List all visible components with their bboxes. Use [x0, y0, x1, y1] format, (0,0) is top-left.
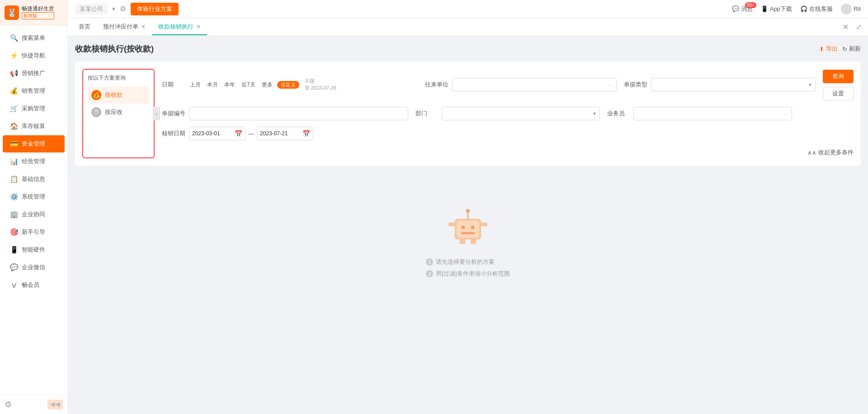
sidebar-item-marketing[interactable]: 📢 营销推广 [3, 65, 65, 82]
page-content: 收款核销执行(按收款) ⬆ 导出 ↻ 刷新 按以下方案查询 💰 按收款 [68, 36, 868, 414]
filter-collapse-button[interactable]: » [153, 107, 160, 120]
dept-field: 部门 ▾ [415, 107, 600, 120]
sidebar-item-search-menu[interactable]: 🔍 搜索菜单 [3, 29, 65, 47]
top-header: 某某公司 ▾ ⚙ 体验行业方案 💬 消息 99+ 📱 App下载 🎧 在线客服 … [68, 0, 868, 18]
collapse-more-label: 收起更多条件 [818, 148, 854, 157]
filter-option-by-receipt[interactable]: 💰 按收款 [88, 86, 149, 104]
date-label: 日期 [162, 81, 184, 89]
bill-type-select[interactable]: ▾ [651, 78, 816, 91]
sidebar-item-sales[interactable]: 💰 销售管理 [3, 82, 65, 100]
verify-date-end-wrapper[interactable]: 📅 [257, 127, 313, 140]
date-custom-badge[interactable]: 自定义 [277, 81, 299, 89]
user-name: Rit [854, 5, 861, 12]
date-last-month[interactable]: 上月 [188, 80, 203, 90]
sidebar-item-system[interactable]: ⚙️ 系统管理 [3, 188, 65, 205]
collapse-more-icon: ∧∧ [807, 149, 816, 156]
collapse-more-button[interactable]: ∧∧ 收起更多条件 [807, 148, 854, 157]
verify-date-start-calendar[interactable]: 📅 [235, 130, 242, 137]
refresh-button[interactable]: ↻ 刷新 [842, 45, 861, 53]
sidebar-item-quick-nav[interactable]: ⚡ 快捷导航 [3, 47, 65, 64]
date-more[interactable]: 更多 [260, 80, 274, 90]
purchase-label: 采购管理 [22, 105, 45, 113]
expand-tab-button[interactable]: ⤢ [854, 21, 863, 33]
verify-date-label: 核销日期 [162, 129, 185, 138]
filter-actions: 查询 设置 [823, 69, 854, 100]
counterparty-label: 往来单位 [425, 81, 448, 89]
close-tab-button[interactable]: ✕ [841, 21, 850, 33]
svg-point-3 [471, 226, 475, 229]
dept-label: 部门 [415, 109, 438, 118]
header-dropdown-icon[interactable]: ▾ [112, 5, 115, 12]
system-label: 系统管理 [22, 193, 45, 201]
wechat-icon: 💬 [10, 263, 18, 271]
solution-button[interactable]: 体验行业方案 [131, 3, 179, 15]
by-receipt-label: 按收款 [105, 91, 123, 99]
bill-no-field: 单据编号 [162, 107, 408, 120]
dept-select[interactable]: ▾ [442, 107, 600, 120]
wechat-label: 企业微信 [22, 263, 45, 271]
sidebar: 🐰 畅捷通好生意 标准版 🔍 搜索菜单 ⚡ 快捷导航 📢 营销推广 💰 销售管理… [0, 0, 68, 414]
sidebar-item-smart-hw[interactable]: 📱 智能硬件 [3, 241, 65, 258]
date-this-year[interactable]: 本年 [222, 80, 237, 90]
prepay-tab-close[interactable]: ✕ [141, 24, 146, 30]
empty-hint-2: 用[过滤]条件来缩小分析范围 [426, 268, 509, 280]
header-gear-icon[interactable]: ⚙ [120, 5, 126, 13]
sidebar-item-finance[interactable]: 💳 资金管理 [3, 135, 65, 152]
app-download-button[interactable]: 📱 App下载 [761, 5, 792, 13]
verify-date-end-calendar[interactable]: 📅 [302, 130, 310, 137]
page-header: 收款核销执行(按收款) ⬆ 导出 ↻ 刷新 [75, 43, 861, 54]
verify-date-start[interactable] [192, 130, 233, 137]
tab-home[interactable]: 首页 [72, 19, 97, 35]
message-button[interactable]: 💬 消息 99+ [732, 5, 753, 13]
search-menu-label: 搜索菜单 [22, 34, 45, 42]
settings-button[interactable]: 设置 [823, 87, 854, 100]
verify-date-end[interactable] [260, 130, 301, 137]
sidebar-logo: 🐰 畅捷通好生意 标准版 [0, 0, 67, 25]
prepay-tab-label: 预付冲应付单 [103, 23, 138, 31]
sidebar-item-enterprise[interactable]: 🏢 企业协同 [3, 206, 65, 223]
verify-date-start-wrapper[interactable]: 📅 [189, 127, 245, 140]
verify-date-range: 📅 — 📅 [189, 127, 313, 140]
date-this-month[interactable]: 本月 [205, 80, 220, 90]
sidebar-item-wechat[interactable]: 💬 企业微信 [3, 259, 65, 276]
logo-badge: 标准版 [22, 12, 54, 19]
counterparty-selector[interactable]: ··· [452, 78, 617, 91]
logo-icon: 🐰 [5, 5, 19, 20]
dept-chevron: ▾ [593, 110, 596, 117]
home-label: 首页 [79, 23, 90, 31]
export-button[interactable]: ⬆ 导出 [819, 45, 838, 53]
message-badge: 99+ [745, 2, 756, 8]
filter-option-by-receivable[interactable]: ⏱ 按应收 [88, 104, 149, 121]
service-label: 在线客服 [809, 5, 833, 13]
tab-receipt-offset[interactable]: 收款核销执行 ✕ [152, 19, 207, 35]
user-profile[interactable]: Rit [841, 4, 861, 14]
query-button[interactable]: 查询 [823, 70, 854, 83]
collapse-sidebar-icon[interactable]: ◀◀ [47, 400, 63, 409]
bill-no-label: 单据编号 [162, 109, 185, 118]
online-service-button[interactable]: 🎧 在线客服 [800, 5, 833, 13]
sidebar-item-beginner[interactable]: 🎯 新手引导 [3, 224, 65, 241]
sidebar-item-inventory[interactable]: 🏠 库存核算 [3, 118, 65, 135]
system-icon: ⚙️ [10, 193, 18, 201]
sidebar-item-purchase[interactable]: 🛒 采购管理 [3, 100, 65, 117]
header-right: 💬 消息 99+ 📱 App下载 🎧 在线客服 Rit [732, 4, 861, 14]
filter-row-3: 核销日期 📅 — 📅 [162, 127, 854, 140]
empty-illustration [445, 202, 491, 247]
sidebar-item-basic-info[interactable]: 📋 基础信息 [3, 171, 65, 188]
beginner-icon: 🎯 [10, 228, 18, 236]
bill-no-input[interactable] [189, 107, 408, 120]
member-icon: V [10, 281, 18, 289]
refresh-label: 刷新 [849, 45, 861, 53]
basic-info-label: 基础信息 [22, 175, 45, 183]
receipt-tab-close[interactable]: ✕ [196, 24, 201, 30]
date-7days[interactable]: 近7天 [240, 80, 257, 90]
beginner-label: 新手引导 [22, 228, 45, 236]
sidebar-item-member[interactable]: V 畅会员 [3, 276, 65, 294]
sidebar-item-operations[interactable]: 📊 经营管理 [3, 153, 65, 170]
finance-label: 资金管理 [22, 140, 45, 148]
tab-prepay-offset[interactable]: 预付冲应付单 ✕ [97, 19, 152, 35]
message-icon: 💬 [732, 5, 739, 12]
settings-bottom-icon[interactable]: ⚙ [5, 400, 12, 409]
staff-selector[interactable]: ··· [633, 107, 792, 120]
by-receipt-icon: 💰 [91, 90, 101, 100]
